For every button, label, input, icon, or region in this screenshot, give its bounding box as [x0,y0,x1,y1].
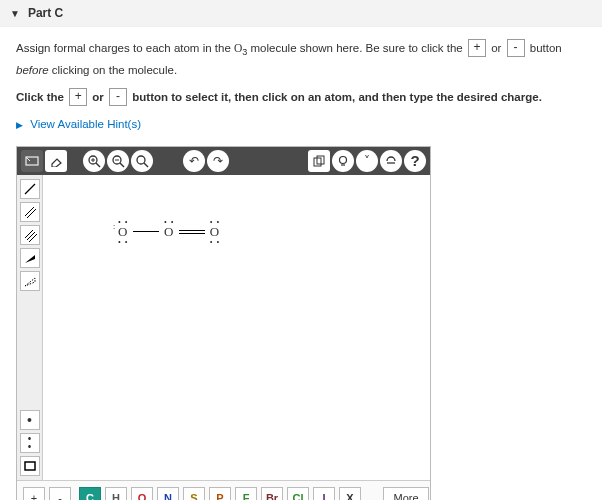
lone-pair-top-2: • • [164,218,173,227]
copy-button[interactable] [308,150,330,172]
editor-sidebar: • •• [17,175,43,480]
hash-bond-tool[interactable] [20,271,40,291]
drawing-canvas[interactable]: : • • O • • • • O • • O • • [43,175,430,480]
element-x-button[interactable]: X [339,487,361,500]
plus-button-inline[interactable]: + [468,39,486,57]
svg-line-17 [25,184,35,194]
lone-pair-left: : [113,224,115,240]
fullscreen-button[interactable] [380,150,402,172]
bulb-icon [337,155,349,167]
triple-bond-icon [23,228,37,242]
svg-rect-25 [25,462,35,470]
editor-mid: • •• : • • O • • • • O • • [17,175,430,480]
instr-or1: or [491,42,504,54]
instr-mid: molecule shown here. Be sure to click th… [251,42,466,54]
instr-before: before [16,64,49,76]
reset-icon [25,155,39,167]
svg-line-21 [27,232,35,240]
instr2-or: or [92,91,107,103]
charge-plus-button[interactable]: + [23,487,45,500]
instruction-text: Assign formal charges to each atom in th… [16,39,586,80]
zoom-out-button[interactable] [107,150,129,172]
svg-line-8 [120,163,124,167]
single-bond[interactable] [133,231,159,232]
element-bottombar: + - C H O N S P F Br Cl I X More [17,480,430,500]
double-bond-icon [23,205,37,219]
eraser-button[interactable] [45,150,67,172]
more-elements-button[interactable]: More [383,487,429,500]
charge-minus-button[interactable]: - [49,487,71,500]
instr-pre: Assign formal charges to each atom in th… [16,42,234,54]
radical-tool[interactable]: •• [20,433,40,453]
svg-marker-24 [25,278,35,286]
atom-o3[interactable]: • • O • • [210,224,219,240]
view-hints-link[interactable]: View Available Hint(s) [16,118,586,130]
reset-button[interactable] [21,150,43,172]
atom-o1[interactable]: : • • O • • [118,224,127,240]
instr-post: button [530,42,562,54]
svg-point-10 [137,156,145,164]
element-f-button[interactable]: F [235,487,257,500]
redo-button[interactable]: ↷ [207,150,229,172]
triple-bond-tool[interactable] [20,225,40,245]
element-h-button[interactable]: H [105,487,127,500]
element-n-button[interactable]: N [157,487,179,500]
element-cl-button[interactable]: Cl [287,487,309,500]
hints-label: View Available Hint(s) [30,118,141,130]
hash-icon [23,274,37,288]
help-button[interactable]: ? [404,150,426,172]
svg-line-18 [25,207,34,216]
svg-line-11 [144,163,148,167]
minus-button-inline[interactable]: - [507,39,525,57]
wedge-icon [23,251,37,265]
zoom-in-button[interactable] [83,150,105,172]
settings-button[interactable] [332,150,354,172]
molecule-editor: ↶ ↷ ˅ ? • •• : [16,146,431,500]
element-o-button[interactable]: O [131,487,153,500]
svg-line-20 [25,230,33,238]
element-c-button[interactable]: C [79,487,101,500]
marquee-tool[interactable] [20,456,40,476]
element-br-button[interactable]: Br [261,487,283,500]
lone-pair-bottom-3: • • [210,238,219,247]
wedge-bond-tool[interactable] [20,248,40,268]
svg-line-22 [29,234,37,242]
lone-pair-top: • • [118,218,127,227]
element-i-button[interactable]: I [313,487,335,500]
double-bond[interactable] [179,229,205,235]
instruction-text-2: Click the + or - button to select it, th… [16,88,586,108]
minus-button-inline-2[interactable]: - [109,88,127,106]
single-bond-icon [23,182,37,196]
element-p-button[interactable]: P [209,487,231,500]
instr2-pre: Click the [16,91,67,103]
svg-marker-2 [52,159,61,167]
plus-button-inline-2[interactable]: + [69,88,87,106]
zoom-fit-icon [135,154,149,168]
zoom-fit-button[interactable] [131,150,153,172]
editor-toolbar: ↶ ↷ ˅ ? [17,147,430,175]
single-bond-tool[interactable] [20,179,40,199]
expand-dropdown-button[interactable]: ˅ [356,150,378,172]
atom-o2[interactable]: • • O [164,224,173,240]
marquee-icon [24,461,36,471]
svg-line-1 [26,157,30,161]
instr-post2: clicking on the molecule. [52,64,177,76]
svg-line-4 [96,163,100,167]
part-header[interactable]: ▼ Part C [0,0,602,27]
lone-pair-tool[interactable]: • [20,410,40,430]
svg-point-14 [340,156,347,163]
instruction-block: Assign formal charges to each atom in th… [0,27,602,138]
undo-button[interactable]: ↶ [183,150,205,172]
zoom-in-icon [87,154,101,168]
lone-pair-top-3: • • [210,218,219,227]
collapse-arrow-icon: ▼ [10,8,20,19]
ozone-molecule[interactable]: : • • O • • • • O • • O • • [118,223,219,240]
instr2-post: button to select it, then click on an at… [132,91,542,103]
svg-marker-23 [25,255,35,263]
element-s-button[interactable]: S [183,487,205,500]
fullscreen-icon [385,155,397,167]
svg-line-19 [27,209,36,218]
lone-pair-bottom: • • [118,238,127,247]
double-bond-tool[interactable] [20,202,40,222]
part-title: Part C [28,6,63,20]
